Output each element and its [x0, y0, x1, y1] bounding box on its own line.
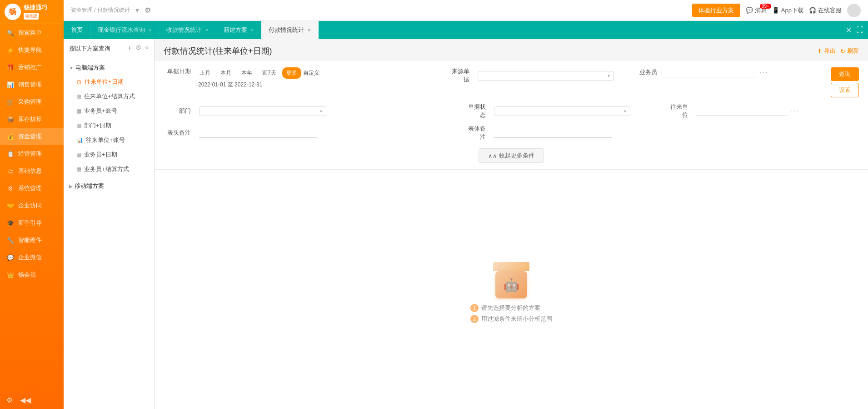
partner-dots[interactable]: ···	[791, 107, 799, 115]
mobile-arrow-icon: ▶	[69, 184, 73, 189]
sidebar-item-capital-label: 资金管理	[18, 132, 42, 141]
scheme-item-dept-date[interactable]: ▦ 部门+日期	[64, 118, 154, 133]
date-btn-last7[interactable]: 近7天	[258, 67, 280, 79]
date-btn-more[interactable]: 更多	[282, 67, 301, 79]
sidebar-item-base[interactable]: 🗂 基础信息	[0, 162, 64, 180]
sidebar-item-search-menu[interactable]: 🔍 搜索菜单	[0, 24, 64, 41]
doc-status-select[interactable]: ▾	[494, 106, 630, 116]
user-avatar[interactable]	[847, 4, 861, 17]
scheme-item-salesman-account-icon: ▦	[76, 108, 81, 114]
source-doc-select[interactable]: ▾	[478, 71, 614, 81]
sidebar-item-quick-nav[interactable]: ⚡ 快捷导航	[0, 41, 64, 59]
scheme-mobile-header[interactable]: ▶ 移动端方案	[64, 179, 154, 193]
scheme-settings-icon[interactable]: ⚙	[135, 44, 141, 53]
scheme-item-partner-date-label: 往来单位+日期	[85, 78, 124, 86]
scheme-collapse-icon[interactable]: «	[145, 44, 149, 53]
marketing-icon: 🎁	[6, 63, 15, 71]
salesman-label: 业务员	[639, 68, 662, 76]
breadcrumb: 资金管理 / 付款情况统计	[71, 6, 130, 14]
sidebar-item-member-label: 畅会员	[18, 271, 36, 279]
search-icon: 🔍	[6, 29, 15, 37]
collapse-chevron-icon: ∧∧	[488, 152, 497, 159]
dept-select[interactable]: ▾	[199, 106, 326, 116]
tab-receipt-stats[interactable]: 收款情况统计 ×	[159, 21, 216, 39]
base-icon: 🗂	[6, 167, 15, 175]
tab-payment-stats[interactable]: 付款情况统计 ×	[261, 21, 318, 39]
sidebar-item-capital[interactable]: 💰 资金管理	[0, 128, 64, 145]
query-btn[interactable]: 查询	[831, 67, 859, 81]
sidebar-item-system[interactable]: ⚙ 系统管理	[0, 180, 64, 197]
sidebar-item-marketing[interactable]: 🎁 营销推广	[0, 59, 64, 76]
sidebar-item-sales-label: 销售管理	[18, 81, 42, 89]
sales-icon: 📊	[6, 81, 15, 89]
date-range-input[interactable]	[195, 81, 286, 89]
scheme-panel-actions: + ⚙ «	[127, 44, 149, 53]
tab-receipt-stats-close[interactable]: ×	[205, 27, 208, 33]
tabbar-end: ✕ ⛶	[841, 21, 868, 39]
tab-cash-flow[interactable]: 现金银行流水查询 ×	[90, 21, 159, 39]
sidebar-item-wechat[interactable]: 💬 企业微信	[0, 249, 64, 266]
scheme-item-partner-settle[interactable]: ▦ 往来单位+结算方式	[64, 89, 154, 104]
sidebar-item-hardware[interactable]: 🔧 智能硬件	[0, 232, 64, 249]
scheme-add-icon[interactable]: +	[127, 44, 132, 53]
tab-home[interactable]: 首页	[64, 21, 90, 39]
scheme-item-salesman-account-label: 业务员+账号	[84, 107, 117, 115]
sidebar-logo: 畅 畅捷通巧 标准版	[0, 0, 64, 24]
settings-bottom-icon[interactable]: ⚙	[6, 396, 13, 404]
scheme-item-salesman-settle[interactable]: ▦ 业务员+结算方式	[64, 162, 154, 177]
table-body-remark-input[interactable]	[494, 128, 612, 138]
date-btn-this-year[interactable]: 本年	[237, 67, 256, 79]
scheme-item-partner-account[interactable]: 📊 往来单位+账号	[64, 133, 154, 147]
messages-action[interactable]: 💬 消息 99+	[746, 6, 767, 15]
trial-btn[interactable]: 体验行业方案	[692, 4, 740, 17]
export-icon: ⬆	[817, 48, 822, 55]
date-btn-this-month[interactable]: 本月	[216, 67, 235, 79]
sidebar-item-inventory[interactable]: 📦 库存核算	[0, 111, 64, 128]
sidebar-item-purchase[interactable]: 🛒 采购管理	[0, 93, 64, 111]
sidebar-footer: ⚙ ◀◀	[0, 391, 64, 409]
settings-btn[interactable]: 设置	[831, 83, 859, 97]
tab-new-scheme[interactable]: 新建方案 ×	[216, 21, 261, 39]
refresh-label: 刷新	[847, 47, 859, 55]
tab-payment-stats-close[interactable]: ×	[308, 27, 310, 33]
hardware-icon: 🔧	[6, 236, 15, 244]
message-icon: 💬	[746, 7, 753, 14]
sidebar-item-sales[interactable]: 📊 销售管理	[0, 76, 64, 93]
tab-new-scheme-label: 新建方案	[224, 26, 247, 34]
scheme-item-salesman-date[interactable]: ▦ 业务员+日期	[64, 147, 154, 162]
desktop-arrow-icon: ▼	[69, 66, 74, 71]
salesman-input[interactable]	[665, 67, 756, 77]
date-btn-last-month[interactable]: 上月	[195, 67, 215, 79]
custom-label: 自定义	[303, 69, 319, 77]
table-head-remark-input[interactable]	[199, 128, 317, 138]
topbar: 资金管理 / 付款情况统计 ▾ ⚙ 体验行业方案 💬 消息 99+ 📱 App下…	[64, 0, 868, 21]
dropdown-arrow-icon[interactable]: ▾	[135, 6, 139, 15]
system-icon: ⚙	[6, 184, 15, 192]
partner-input[interactable]	[696, 106, 787, 116]
scheme-desktop-header[interactable]: ▼ 电脑端方案	[64, 61, 154, 75]
scheme-item-partner-date[interactable]: ⊙ 往来单位+日期	[64, 75, 154, 89]
right-panel: 付款情况统计(往来单位+日期) ⬆ 导出 ↻ 刷新	[155, 39, 868, 409]
online-service-action[interactable]: 🎧 在线客服	[809, 6, 842, 15]
tab-new-scheme-close[interactable]: ×	[251, 27, 254, 33]
sidebar-item-guide[interactable]: 🎓 新手引导	[0, 214, 64, 232]
sidebar-item-member[interactable]: 👑 畅会员	[0, 266, 64, 283]
scheme-item-partner-date-icon: ⊙	[76, 78, 82, 86]
collapse-more-btn[interactable]: ∧∧ 收起更多条件	[479, 148, 544, 163]
tab-close-all-icon[interactable]: ✕	[846, 26, 852, 35]
refresh-action[interactable]: ↻ 刷新	[840, 47, 859, 55]
sidebar-item-operations[interactable]: 📋 经营管理	[0, 145, 64, 162]
topbar-settings-icon[interactable]: ⚙	[145, 6, 151, 15]
export-action[interactable]: ⬆ 导出	[817, 47, 836, 55]
app-download-action[interactable]: 📱 App下载	[772, 6, 803, 15]
collapse-sidebar-icon[interactable]: ◀◀	[20, 396, 31, 404]
app-download-label: App下载	[781, 6, 803, 15]
tab-cash-flow-close[interactable]: ×	[149, 27, 151, 33]
scheme-item-salesman-account[interactable]: ▦ 业务员+账号	[64, 104, 154, 118]
salesman-dots[interactable]: ···	[760, 68, 768, 76]
tab-maximize-icon[interactable]: ⛶	[856, 26, 863, 34]
empty-step2-text: 用过滤条件来缩小分析范围	[481, 315, 552, 323]
sidebar-item-coop-label: 企业协同	[18, 202, 42, 210]
sidebar-item-operations-label: 经营管理	[18, 150, 42, 158]
sidebar-item-coop[interactable]: 🤝 企业协同	[0, 197, 64, 214]
